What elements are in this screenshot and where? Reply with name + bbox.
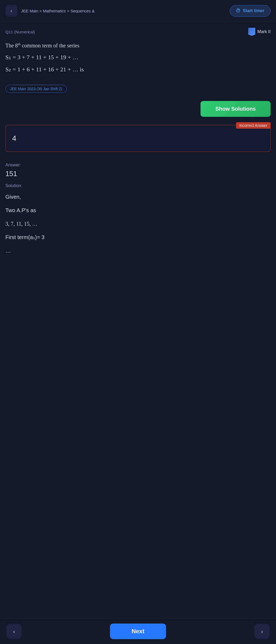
start-timer-label: Start timer [243, 8, 264, 13]
bottom-navigation: ‹ Next › [0, 618, 276, 644]
breadcrumb: JEE Main > Mathematics > Sequences & [21, 9, 95, 13]
solution-text: Given, Two A.P's as 3, 7, 11, 15, … Firs… [5, 192, 271, 256]
series1-line: S₁ = 3 + 7 + 11 + 15 + 19 + … [5, 52, 271, 62]
question-header: Q11 (Numerical) Mark It [0, 22, 276, 38]
question-content: The 8th common term of the series S₁ = 3… [0, 38, 276, 82]
bottom-spacer [0, 262, 276, 289]
exam-tag: JEE Main 2023 (30 Jan Shift 2) [5, 85, 67, 93]
header: ‹ JEE Main > Mathematics > Sequences & ⏱… [0, 0, 276, 22]
answer-input-value: 4 [12, 134, 16, 143]
prev-button[interactable]: ‹ [6, 624, 22, 639]
question-sup: th [18, 42, 20, 46]
answer-label: Answer: [5, 163, 271, 167]
forward-icon: › [261, 628, 263, 635]
next-button[interactable]: Next [110, 624, 166, 639]
mark-it-button[interactable]: Mark It [248, 28, 271, 36]
incorrect-answer-label: Incorrect Answer [236, 122, 271, 129]
tag-section: JEE Main 2023 (30 Jan Shift 2) [0, 82, 276, 98]
solution-given: Given, [5, 192, 271, 202]
question-intro: The 8th common term of the series [5, 41, 271, 50]
solution-two-aps: Two A.P's as [5, 205, 271, 215]
solutions-section: Show Solutions [0, 98, 276, 122]
prev-icon: ‹ [13, 628, 15, 635]
solution-more: … [5, 246, 271, 256]
question-type: Q11 (Numerical) [5, 30, 35, 34]
solution-area: Answer: 151 Solution: Given, Two A.P's a… [0, 160, 276, 262]
solution-first-term: First term(a₁)= 3 [5, 232, 271, 242]
bookmark-icon [248, 28, 255, 36]
question-intro-rest: common term of the series [20, 43, 79, 48]
answer-number: 151 [5, 170, 271, 178]
back-button[interactable]: ‹ [5, 5, 17, 17]
back-icon: ‹ [11, 8, 12, 14]
solution-series: 3, 7, 11, 15, … [5, 219, 271, 229]
forward-button[interactable]: › [254, 624, 270, 639]
mark-it-label: Mark It [257, 29, 271, 34]
answer-input-box[interactable]: 4 [5, 125, 271, 152]
show-solutions-button[interactable]: Show Solutions [201, 101, 271, 117]
start-timer-button[interactable]: ⏱ Start timer [230, 5, 271, 17]
solution-label: Solution: [5, 183, 271, 188]
header-left: ‹ JEE Main > Mathematics > Sequences & [5, 5, 95, 17]
answer-section: Incorrect Answer 4 [0, 122, 276, 160]
series2-line: S₂ = 1 + 6 + 11 + 16 + 21 + … is [5, 65, 271, 74]
question-intro-text: The 8 [5, 43, 18, 48]
timer-icon: ⏱ [236, 8, 241, 14]
